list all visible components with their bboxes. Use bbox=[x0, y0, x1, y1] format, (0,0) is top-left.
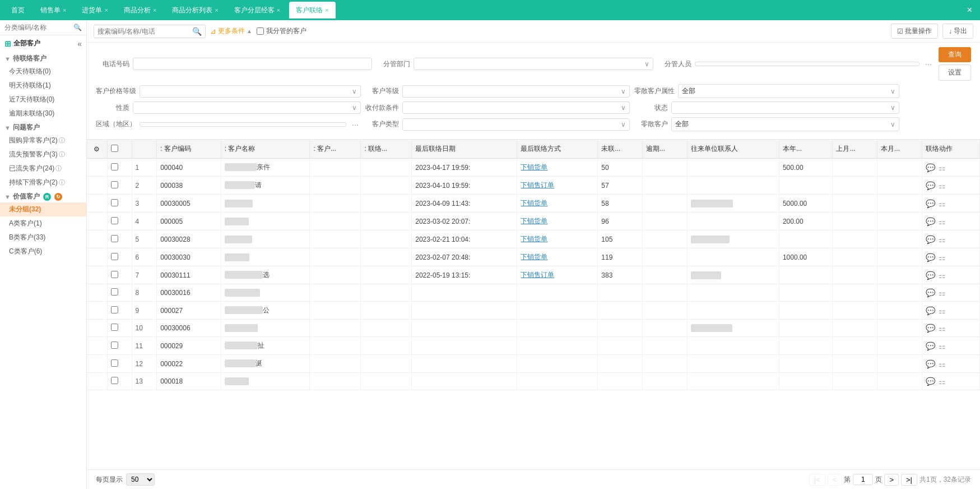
search-input[interactable] bbox=[97, 27, 190, 35]
prev-page-button[interactable]: < bbox=[828, 474, 842, 486]
sidebar-item-class-b[interactable]: B类客户(33) bbox=[0, 230, 86, 245]
chat-icon-3[interactable]: 💬 bbox=[926, 217, 935, 226]
sidebar-item-abnormal[interactable]: 囤购异常客户(2) ⓘ bbox=[0, 133, 86, 147]
chat-icon-4[interactable]: 💬 bbox=[926, 235, 935, 244]
sidebar-item-unclassified[interactable]: 未分组(32) bbox=[0, 202, 86, 216]
col-this-year[interactable]: 本年... bbox=[779, 140, 833, 159]
chat-icon-10[interactable]: 💬 bbox=[926, 342, 935, 350]
chat-icon-1[interactable]: 💬 bbox=[926, 181, 935, 190]
more-conditions-btn[interactable]: ⊿ 更多条件 ▲ bbox=[210, 26, 252, 36]
my-customers-checkbox[interactable] bbox=[257, 27, 264, 35]
sidebar-item-tomorrow[interactable]: 明天待联络(1) bbox=[0, 79, 86, 93]
nature-select[interactable]: ∨ bbox=[133, 102, 361, 114]
row-checkbox-12[interactable] bbox=[111, 377, 118, 384]
qr-icon-12[interactable]: ⚏ bbox=[939, 377, 946, 386]
query-button[interactable]: 查询 bbox=[939, 47, 971, 62]
row-last-way-3[interactable]: 下销货单 bbox=[517, 213, 598, 230]
row-last-way-6[interactable]: 下销售订单 bbox=[517, 266, 598, 284]
my-customers-toggle[interactable]: 我分管的客户 bbox=[257, 26, 306, 36]
price-level-select[interactable]: ∨ bbox=[140, 85, 361, 98]
sidebar-item-declining[interactable]: 持续下滑客户(2) ⓘ bbox=[0, 176, 86, 190]
row-last-way-4[interactable]: 下销货单 bbox=[517, 230, 598, 248]
row-check-7[interactable] bbox=[107, 284, 132, 302]
row-action-7[interactable]: 💬 ⚏ bbox=[922, 284, 979, 302]
pending-contact-group[interactable]: ▼ 待联络客户 bbox=[0, 52, 86, 64]
row-checkbox-6[interactable] bbox=[111, 271, 118, 278]
sidebar-item-overdue[interactable]: 逾期未联络(30) bbox=[0, 107, 86, 121]
payment-select[interactable]: ∨ bbox=[402, 102, 630, 114]
tab-customer-contact[interactable]: 客户联络 × bbox=[289, 2, 335, 19]
retail-attr-select[interactable]: 全部 ∨ bbox=[678, 84, 899, 98]
row-check-4[interactable] bbox=[107, 230, 132, 248]
page-number-input[interactable] bbox=[853, 474, 873, 485]
tab-purchase[interactable]: 进货单 × bbox=[75, 2, 114, 19]
phone-input[interactable] bbox=[133, 58, 372, 70]
close-sales-icon[interactable]: × bbox=[63, 7, 66, 13]
row-checkbox-5[interactable] bbox=[111, 253, 118, 260]
row-last-way-1[interactable]: 下销售订单 bbox=[517, 177, 598, 195]
row-checkbox-2[interactable] bbox=[111, 199, 118, 206]
row-check-1[interactable] bbox=[107, 177, 132, 195]
row-check-5[interactable] bbox=[107, 248, 132, 266]
retail-cust-select[interactable]: 全部 ∨ bbox=[671, 117, 899, 131]
col-no-contact[interactable]: 未联... bbox=[598, 140, 643, 159]
col-name[interactable]: : 客户名称 bbox=[221, 140, 310, 159]
chat-icon-7[interactable]: 💬 bbox=[926, 288, 935, 297]
row-checkbox-3[interactable] bbox=[111, 217, 118, 224]
row-check-9[interactable] bbox=[107, 320, 132, 337]
row-last-way-2[interactable]: 下销货单 bbox=[517, 195, 598, 213]
tab-sales[interactable]: 销售单 × bbox=[34, 2, 73, 19]
close-product-analysis-icon[interactable]: × bbox=[153, 7, 156, 13]
cust-level-select[interactable]: ∨ bbox=[402, 85, 630, 98]
row-last-way-0[interactable]: 下销货单 bbox=[517, 159, 598, 177]
col-last-way[interactable]: 最后联络方式 bbox=[517, 140, 598, 159]
qr-icon-3[interactable]: ⚏ bbox=[939, 217, 946, 226]
col-last-date[interactable]: 最后联络日期 bbox=[412, 140, 517, 159]
row-last-way-9[interactable] bbox=[517, 320, 598, 337]
row-check-2[interactable] bbox=[107, 195, 132, 213]
close-all-button[interactable]: × bbox=[964, 5, 976, 15]
problem-customers-group[interactable]: ▼ 问题客户 bbox=[0, 121, 86, 133]
col-trade-person[interactable]: 往来单位联系人 bbox=[687, 140, 779, 159]
search-icon[interactable]: 🔍 bbox=[192, 27, 202, 36]
row-check-0[interactable] bbox=[107, 159, 132, 177]
row-action-9[interactable]: 💬 ⚏ bbox=[922, 320, 979, 337]
select-all-checkbox[interactable] bbox=[111, 145, 118, 152]
qr-icon-2[interactable]: ⚏ bbox=[939, 199, 946, 208]
sidebar-item-7days[interactable]: 近7天待联络(0) bbox=[0, 93, 86, 107]
value-refresh-badge[interactable]: ↻ bbox=[54, 193, 62, 201]
col-setting[interactable]: ⚙ bbox=[87, 140, 107, 159]
sidebar-item-warning[interactable]: 流失预警客户(3) ⓘ bbox=[0, 147, 86, 162]
col-this-month[interactable]: 本月... bbox=[877, 140, 922, 159]
row-action-0[interactable]: 💬 ⚏ bbox=[922, 159, 979, 177]
row-checkbox-0[interactable] bbox=[111, 163, 118, 170]
close-segment-icon[interactable]: × bbox=[277, 7, 280, 13]
row-check-6[interactable] bbox=[107, 266, 132, 284]
next-page-button[interactable]: > bbox=[884, 474, 899, 486]
sidebar-search-input[interactable] bbox=[4, 24, 71, 31]
col-checkbox[interactable] bbox=[107, 140, 132, 159]
col-type[interactable]: : 客户... bbox=[310, 140, 361, 159]
row-last-way-11[interactable] bbox=[517, 355, 598, 373]
row-action-4[interactable]: 💬 ⚏ bbox=[922, 230, 979, 248]
tab-home[interactable]: 首页 bbox=[4, 2, 31, 19]
row-last-way-8[interactable] bbox=[517, 302, 598, 320]
col-last-month[interactable]: 上月... bbox=[833, 140, 877, 159]
qr-icon-4[interactable]: ⚏ bbox=[939, 235, 946, 244]
tab-product-analysis[interactable]: 商品分析 × bbox=[117, 2, 163, 19]
qr-icon-1[interactable]: ⚏ bbox=[939, 181, 946, 190]
chat-icon-0[interactable]: 💬 bbox=[926, 163, 935, 172]
row-last-way-12[interactable] bbox=[517, 373, 598, 390]
chat-icon-5[interactable]: 💬 bbox=[926, 253, 935, 262]
region-more-btn[interactable]: ··· bbox=[350, 120, 361, 129]
col-code[interactable]: : 客户编码 bbox=[157, 140, 221, 159]
close-product-list-icon[interactable]: × bbox=[215, 7, 218, 13]
chat-icon-12[interactable]: 💬 bbox=[926, 377, 935, 386]
batch-operation-button[interactable]: ☑ 批量操作 bbox=[891, 24, 938, 39]
qr-icon-11[interactable]: ⚏ bbox=[939, 359, 946, 368]
qr-icon-7[interactable]: ⚏ bbox=[939, 288, 946, 297]
per-page-select[interactable]: 50 10 20 100 bbox=[126, 473, 155, 486]
row-checkbox-9[interactable] bbox=[111, 324, 118, 331]
row-last-way-7[interactable] bbox=[517, 284, 598, 302]
row-action-12[interactable]: 💬 ⚏ bbox=[922, 373, 979, 390]
